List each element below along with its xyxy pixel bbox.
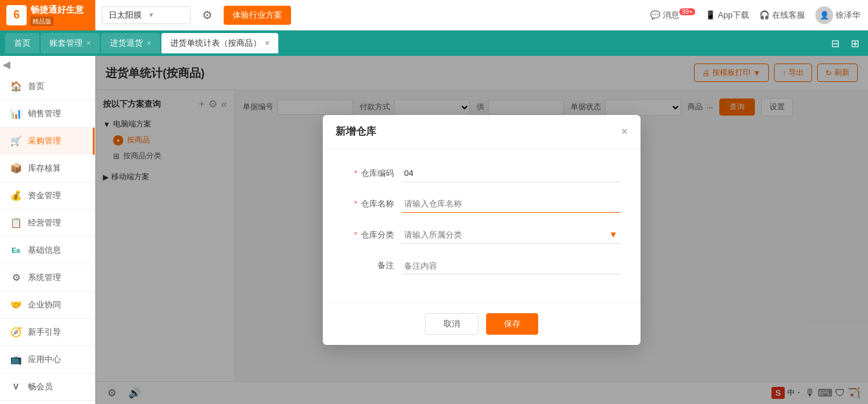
modal-overlay: 新增仓库 × * 仓库编码 * — [95, 56, 868, 404]
tab-home[interactable]: 首页 — [5, 33, 39, 53]
form-row-name: * 仓库名称 — [343, 195, 620, 213]
sidebar-apps-label: 应用中心 — [28, 354, 61, 365]
sidebar-item-inventory[interactable]: 📦 库存核算 — [0, 155, 95, 182]
logo-text: 畅捷通好生意 精品版 — [31, 4, 84, 27]
notification-item[interactable]: 💬 消息 99+ — [650, 10, 695, 21]
sidebar-member-label: 畅会员 — [28, 381, 53, 393]
sidebar-enterprise-label: 企业协同 — [28, 299, 61, 311]
required-mark-code: * — [354, 168, 357, 178]
header-right: 💬 消息 99+ 📱 App下载 🎧 在线客服 👤 徐泽华 — [650, 6, 860, 24]
guide-icon: 🧭 — [10, 327, 22, 338]
category-dropdown-arrow-icon: ▼ — [609, 229, 618, 239]
sidebar-item-member[interactable]: V 畅会员 — [0, 374, 95, 401]
form-row-code: * 仓库编码 — [343, 165, 620, 182]
store-selector[interactable]: 日太阳膜 ▼ — [102, 6, 191, 24]
sidebar-item-finance[interactable]: 💰 资金管理 — [0, 182, 95, 210]
home-icon: 🏠 — [10, 81, 22, 92]
sales-icon: 📊 — [10, 108, 22, 119]
sidebar-item-apps[interactable]: 📺 应用中心 — [0, 346, 95, 374]
sidebar-item-system[interactable]: ⚙ 系统管理 — [0, 264, 95, 292]
store-arrow-icon: ▼ — [148, 11, 184, 18]
form-label-code: * 仓库编码 — [343, 168, 394, 179]
sidebar-guide-label: 新手引导 — [28, 327, 61, 338]
tab-account[interactable]: 账套管理 × — [41, 33, 100, 53]
sidebar-finance-label: 资金管理 — [28, 190, 61, 201]
sidebar-collapse-button[interactable]: ◀ — [0, 56, 13, 73]
form-label-category: * 仓库分类 — [343, 229, 394, 241]
tab-purchase-stats-label: 进货单统计表（按商品） — [170, 37, 261, 49]
notification-label: 消息 — [663, 10, 679, 21]
tab-home-label: 首页 — [14, 37, 31, 49]
form-row-category: * 仓库分类 ▼ — [343, 226, 620, 244]
sidebar-system-label: 系统管理 — [28, 272, 61, 283]
tab-purchase-return-label: 进货退货 — [110, 37, 143, 49]
settings-button[interactable]: ⚙ — [197, 5, 217, 25]
trial-button[interactable]: 体验行业方案 — [224, 6, 291, 25]
tab-expand-button[interactable]: ⊞ — [847, 36, 863, 51]
inventory-icon: 📦 — [10, 163, 22, 174]
sidebar-item-enterprise[interactable]: 🤝 企业协同 — [0, 292, 95, 319]
add-warehouse-modal: 新增仓库 × * 仓库编码 * — [323, 115, 641, 345]
tab-purchase-return-close-icon[interactable]: × — [147, 39, 151, 48]
sidebar-item-operations[interactable]: 📋 经营管理 — [0, 210, 95, 237]
modal-close-button[interactable]: × — [621, 125, 628, 138]
sidebar-item-basic[interactable]: Ea 基础信息 — [0, 237, 95, 264]
sidebar-purchase-label: 采购管理 — [28, 135, 61, 147]
tab-account-close-icon[interactable]: × — [86, 39, 91, 48]
sidebar-sales-label: 销售管理 — [28, 108, 61, 119]
user-item[interactable]: 👤 徐泽华 — [815, 6, 860, 24]
logo-badge: 精品版 — [31, 17, 53, 26]
logo-icon: 6 — [6, 5, 27, 25]
tab-purchase-stats-close-icon[interactable]: × — [265, 39, 269, 48]
warehouse-notes-textarea[interactable] — [402, 257, 620, 274]
sidebar-item-home[interactable]: 🏠 首页 — [0, 73, 95, 100]
required-mark-category: * — [354, 230, 357, 239]
system-icon: ⚙ — [10, 272, 22, 283]
sidebar-item-guide[interactable]: 🧭 新手引导 — [0, 319, 95, 346]
online-service-item[interactable]: 🎧 在线客服 — [759, 10, 805, 21]
cancel-button[interactable]: 取消 — [425, 313, 478, 335]
finance-icon: 💰 — [10, 190, 22, 201]
form-label-notes: 备注 — [343, 260, 394, 271]
sidebar-item-purchase[interactable]: 🛒 采购管理 — [0, 128, 95, 155]
sidebar: ◀ 🏠 首页 📊 销售管理 🛒 采购管理 📦 库存核算 💰 资金管理 📋 经营管… — [0, 56, 95, 404]
tab-restore-button[interactable]: ⊟ — [827, 36, 843, 51]
tab-actions: ⊟ ⊞ — [827, 36, 863, 51]
top-header: 6 畅捷通好生意 精品版 日太阳膜 ▼ ⚙ 体验行业方案 💬 消息 99+ 📱 … — [0, 0, 868, 30]
tab-bar: 首页 账套管理 × 进货退货 × 进货单统计表（按商品） × ⊟ ⊞ — [0, 30, 868, 56]
operations-icon: 📋 — [10, 217, 22, 229]
member-icon: V — [10, 381, 22, 393]
modal-title: 新增仓库 — [336, 125, 376, 138]
sidebar-home-label: 首页 — [28, 81, 44, 92]
form-row-notes: 备注 — [343, 257, 620, 274]
notification-badge: 99+ — [679, 8, 695, 15]
phone-icon: 📱 — [705, 10, 715, 20]
modal-body: * 仓库编码 * 仓库名称 — [323, 149, 641, 302]
headset-icon: 🎧 — [759, 10, 770, 20]
avatar: 👤 — [815, 6, 833, 24]
sidebar-inventory-label: 库存核算 — [28, 163, 61, 174]
app-download-item[interactable]: 📱 App下载 — [705, 10, 749, 21]
basic-info-icon: Ea — [10, 245, 22, 256]
store-name: 日太阳膜 — [109, 10, 144, 21]
sidebar-basic-label: 基础信息 — [28, 245, 61, 256]
enterprise-icon: 🤝 — [10, 299, 22, 311]
save-button[interactable]: 保存 — [486, 313, 538, 335]
apps-icon: 📺 — [10, 354, 22, 365]
tab-purchase-stats[interactable]: 进货单统计表（按商品） × — [161, 33, 278, 53]
logo-area: 6 畅捷通好生意 精品版 — [0, 0, 95, 30]
tab-purchase-return[interactable]: 进货退货 × — [101, 33, 160, 53]
tab-account-label: 账套管理 — [50, 37, 83, 49]
page-content: 进货单统计(按商品) 🖨 按模板打印 ▼ ↑ 导出 ↻ 刷新 — [95, 56, 868, 404]
warehouse-name-input[interactable] — [402, 195, 620, 213]
app-download-label: App下载 — [718, 10, 749, 21]
warehouse-code-input[interactable] — [402, 165, 620, 182]
user-name: 徐泽华 — [836, 10, 860, 21]
form-label-name: * 仓库名称 — [343, 198, 394, 210]
online-service-label: 在线客服 — [772, 10, 805, 21]
warehouse-category-input[interactable] — [404, 230, 609, 239]
warehouse-category-wrapper[interactable]: ▼ — [402, 226, 620, 244]
sidebar-item-sales[interactable]: 📊 销售管理 — [0, 100, 95, 128]
notification-icon: 💬 — [650, 10, 660, 20]
required-mark-name: * — [354, 199, 357, 208]
